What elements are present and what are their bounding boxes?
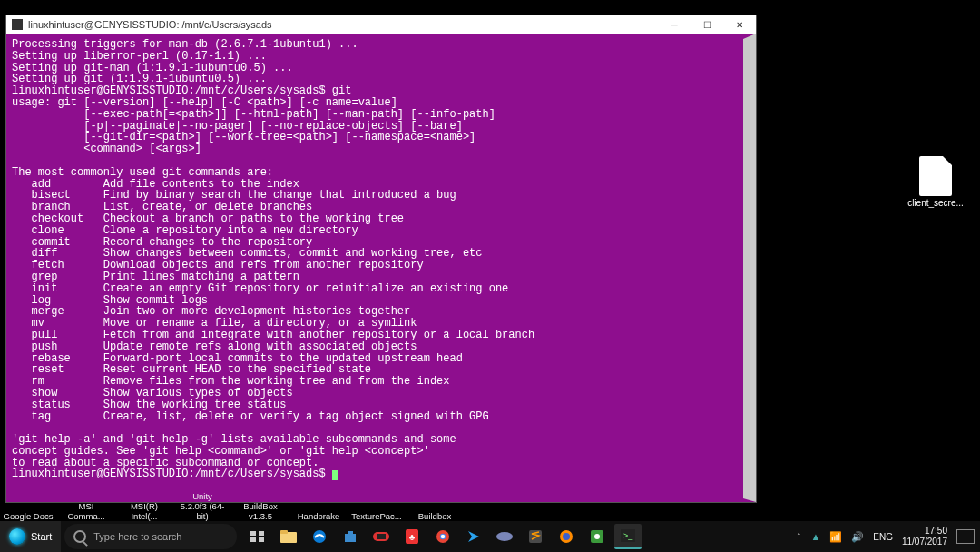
start-label: Start xyxy=(31,531,52,542)
edge-button[interactable] xyxy=(306,524,333,549)
tray-overflow-button[interactable]: ˄ xyxy=(797,532,801,541)
time-text: 17:50 xyxy=(902,526,947,537)
search-placeholder: Type here to search xyxy=(93,531,181,542)
svg-rect-1 xyxy=(259,531,264,536)
search-box[interactable]: Type here to search xyxy=(64,524,237,549)
file-icon xyxy=(919,156,952,196)
action-center-button[interactable] xyxy=(956,529,975,544)
svg-rect-8 xyxy=(348,531,353,534)
terminal-window: linuxhintuser@GENYSISSTUDIO: /mnt/c/User… xyxy=(5,15,757,503)
svg-point-20 xyxy=(563,533,570,540)
svg-rect-7 xyxy=(345,534,356,542)
chrome-button[interactable] xyxy=(429,524,456,549)
desktop-shortcut-row: Google DocsMSI Comma...MSI(R) Intel(...U… xyxy=(0,494,457,521)
vscode-button[interactable] xyxy=(460,524,487,549)
svg-rect-0 xyxy=(250,531,256,536)
shortcut-label[interactable]: BuildBox v1.3.5 xyxy=(238,494,283,521)
titlebar[interactable]: linuxhintuser@GENYSISSTUDIO: /mnt/c/User… xyxy=(6,15,756,34)
sublime-button[interactable] xyxy=(522,524,549,549)
window-title: linuxhintuser@GENYSISSTUDIO: /mnt/c/User… xyxy=(28,19,658,30)
volume-icon[interactable]: 🔊 xyxy=(851,531,864,543)
cursor xyxy=(332,470,338,480)
bash-button[interactable]: >_ xyxy=(614,524,642,549)
desktop-file-label: client_secre... xyxy=(907,198,964,208)
clock[interactable]: 17:50 11/07/2017 xyxy=(902,526,947,547)
scrollbar-thumb[interactable] xyxy=(745,330,752,366)
svg-rect-18 xyxy=(529,530,542,543)
date-text: 11/07/2017 xyxy=(902,537,947,547)
file-explorer-button[interactable] xyxy=(275,524,302,549)
shortcut-label[interactable]: MSI(R) Intel(... xyxy=(122,494,167,521)
start-button[interactable]: Start xyxy=(0,521,61,552)
desktop: client_secre... linuxhintuser@GENYSISSTU… xyxy=(0,0,980,552)
maximize-button[interactable]: ☐ xyxy=(691,15,723,34)
terminal-output: Processing triggers for man-db (2.6.7.1-… xyxy=(12,39,743,480)
php-button[interactable] xyxy=(491,524,518,549)
svg-point-15 xyxy=(441,535,445,538)
start-orb-icon xyxy=(9,528,25,545)
solitaire-button[interactable]: ♣ xyxy=(398,524,426,549)
svg-marker-16 xyxy=(468,531,479,542)
store-button[interactable] xyxy=(337,524,364,549)
desktop-file-client-secret[interactable]: client_secre... xyxy=(907,156,964,208)
svg-rect-5 xyxy=(280,530,288,534)
terminal-icon xyxy=(12,19,23,30)
onedrive-icon[interactable]: ▲ xyxy=(810,531,820,542)
shortcut-label[interactable]: Buildbox xyxy=(412,494,457,521)
svg-rect-10 xyxy=(377,534,386,539)
camtasia-button[interactable] xyxy=(583,524,611,549)
minimize-button[interactable]: ─ xyxy=(658,15,691,34)
svg-point-22 xyxy=(594,534,600,539)
shortcut-label[interactable]: Google Docs xyxy=(5,494,51,521)
firefox-button[interactable] xyxy=(553,524,580,549)
taskview-button[interactable] xyxy=(244,524,271,549)
system-tray: ˄ ▲ 📶 🔊 ENG 17:50 11/07/2017 xyxy=(797,526,980,547)
shortcut-label[interactable]: MSI Comma... xyxy=(64,494,109,521)
switch-button[interactable] xyxy=(368,524,395,549)
taskbar-pinned-apps: ♣ >_ xyxy=(244,524,642,549)
svg-text:>_: >_ xyxy=(623,531,633,540)
svg-point-17 xyxy=(496,532,513,541)
network-icon[interactable]: 📶 xyxy=(829,531,842,543)
shortcut-label[interactable]: TexturePac... xyxy=(354,494,399,521)
terminal-body[interactable]: Processing triggers for man-db (2.6.7.1-… xyxy=(6,34,756,502)
shortcut-label[interactable]: Handbrake xyxy=(296,494,341,521)
svg-rect-2 xyxy=(250,537,256,542)
search-icon xyxy=(74,530,86,543)
language-indicator[interactable]: ENG xyxy=(873,532,893,542)
taskbar: Start Type here to search ♣ xyxy=(0,521,980,552)
svg-rect-3 xyxy=(259,537,264,542)
close-button[interactable]: ✕ xyxy=(723,15,756,34)
shortcut-label[interactable]: Unity 5.2.0f3 (64-bit) xyxy=(180,494,225,521)
svg-text:♣: ♣ xyxy=(409,532,416,542)
